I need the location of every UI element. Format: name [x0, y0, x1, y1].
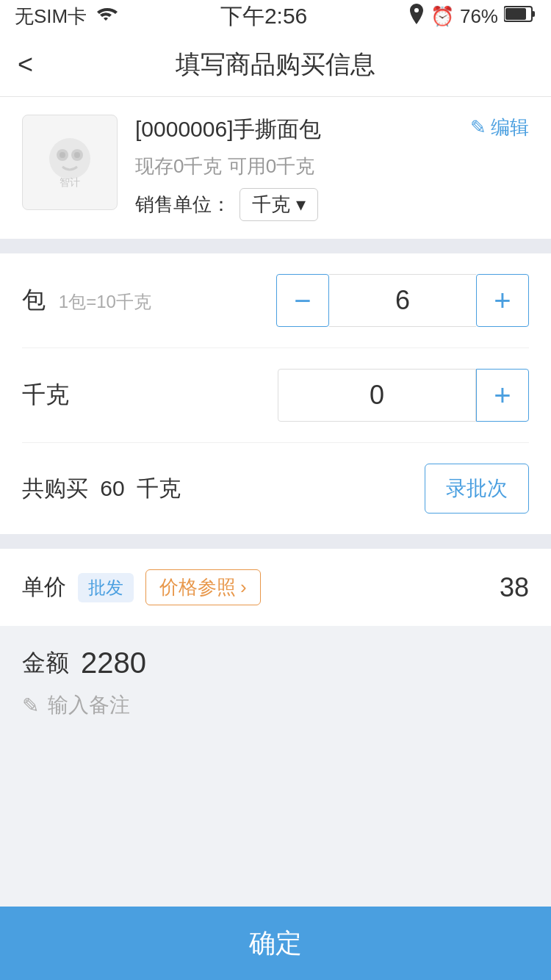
total-amount: 60: [100, 476, 124, 500]
kg-row: 千克 +: [22, 348, 529, 443]
unit-select[interactable]: 千克 ▾: [240, 188, 318, 221]
separator-2: [0, 534, 551, 549]
price-row: 单价 批发 价格参照 › 38: [22, 569, 529, 605]
svg-text:智计: 智计: [60, 176, 80, 188]
battery-icon: [504, 5, 536, 28]
svg-point-3: [49, 138, 90, 179]
amount-row: 金额 2280: [22, 646, 529, 680]
amount-label: 金额: [22, 647, 69, 680]
product-card: 智计 [0000006]手撕面包 现存0千克 可用0千克 销售单位： 千克 ▾ …: [0, 97, 551, 239]
product-stock: 现存0千克 可用0千克: [135, 154, 529, 179]
wifi-icon: [93, 4, 119, 29]
note-row[interactable]: ✎ 输入备注: [22, 691, 529, 719]
total-row: 共购买 60 千克 录批次: [22, 443, 529, 534]
bao-decrease-button[interactable]: −: [276, 274, 329, 327]
price-label: 单价: [22, 572, 66, 602]
carrier-text: 无SIM卡: [15, 4, 87, 29]
quantity-section: 包 1包=10千克 − + 千克 + 共购买 60 千克 录批次: [0, 253, 551, 534]
svg-rect-2: [505, 8, 526, 20]
price-value: 38: [500, 572, 529, 603]
battery-text: 76%: [460, 5, 498, 28]
alarm-icon: ⏰: [431, 5, 454, 28]
unit-label: 销售单位：: [135, 192, 231, 217]
separator-1: [0, 239, 551, 253]
total-text: 共购买 60 千克: [22, 474, 425, 504]
bao-row: 包 1包=10千克 − +: [22, 253, 529, 348]
price-ref-button[interactable]: 价格参照 ›: [145, 569, 261, 605]
price-tag: 批发: [78, 573, 134, 602]
nav-bar: < 填写商品购买信息: [0, 32, 551, 97]
product-unit-row: 销售单位： 千克 ▾: [135, 188, 529, 221]
chevron-down-icon: ▾: [296, 193, 306, 216]
confirm-button[interactable]: 确定: [0, 907, 551, 980]
product-image: 智计: [22, 115, 118, 210]
note-placeholder: 输入备注: [48, 691, 130, 719]
status-right: ⏰ 76%: [408, 4, 536, 29]
location-icon: [408, 4, 425, 29]
record-batch-button[interactable]: 录批次: [425, 464, 529, 514]
bao-increase-button[interactable]: +: [476, 274, 529, 327]
chevron-right-icon: ›: [240, 576, 247, 599]
bao-label: 包 1包=10千克: [22, 284, 276, 317]
kg-stepper: +: [278, 369, 529, 422]
svg-point-7: [74, 152, 80, 158]
kg-input[interactable]: [278, 369, 476, 422]
svg-rect-1: [532, 11, 535, 17]
status-time: 下午2:56: [220, 1, 307, 32]
amount-value: 2280: [81, 646, 146, 680]
edit-note-icon: ✎: [22, 693, 39, 718]
edit-icon: ✎: [470, 116, 486, 139]
status-bar: 无SIM卡 下午2:56 ⏰ 76%: [0, 0, 551, 32]
bao-stepper: − +: [276, 274, 529, 327]
svg-point-6: [60, 152, 65, 158]
edit-button[interactable]: ✎ 编辑: [470, 115, 529, 140]
page-title: 填写商品购买信息: [176, 48, 375, 82]
price-section: 单价 批发 价格参照 › 38: [0, 549, 551, 626]
back-button[interactable]: <: [18, 49, 33, 80]
status-left: 无SIM卡: [15, 4, 119, 29]
amount-section: 金额 2280 ✎ 输入备注: [0, 626, 551, 846]
kg-label: 千克: [22, 379, 278, 411]
bao-input[interactable]: [329, 274, 476, 327]
kg-increase-button[interactable]: +: [476, 369, 529, 422]
